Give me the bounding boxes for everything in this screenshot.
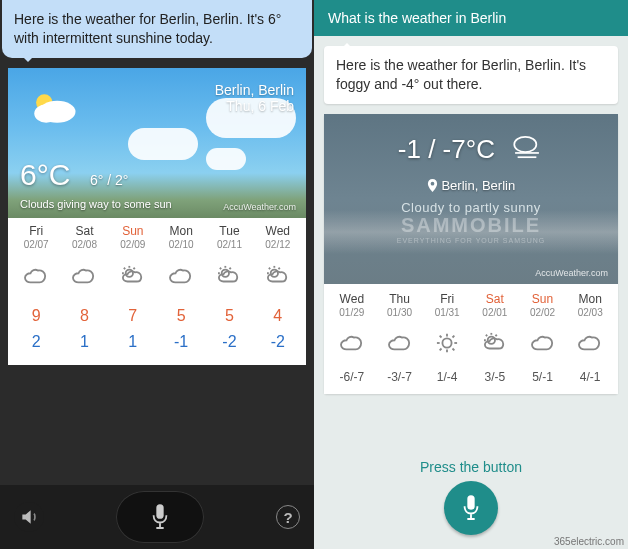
forecast-icon-partly	[471, 332, 519, 356]
partly-cloudy-icon	[26, 86, 81, 131]
forecast-icon-sun	[423, 332, 471, 356]
forecast-icon-cloud	[157, 265, 205, 289]
forecast-icon-cloud	[566, 332, 614, 356]
forecast-range: 5/-1	[519, 366, 567, 384]
svg-line-12	[230, 268, 231, 269]
forecast-lo: 1	[109, 329, 157, 355]
svg-point-2	[34, 104, 58, 122]
forecast-icon-cloud	[328, 332, 376, 356]
press-hint: Press the button	[314, 451, 628, 481]
assistant-bubble: Here is the weather for Berlin, Berlin. …	[324, 46, 618, 104]
hi-lo: 6° / 2°	[90, 172, 128, 188]
forecast-hi: 7	[109, 303, 157, 329]
weather-card[interactable]: Berlin, Berlin Thu, 6 Feb 6°C 6° / 2° Cl…	[8, 68, 306, 365]
forecast-col: Fri01/31	[423, 292, 471, 318]
forecast-icon-partly	[109, 265, 157, 289]
svg-line-29	[453, 348, 455, 350]
svg-line-11	[220, 268, 221, 269]
forecast-hi: 9	[12, 303, 60, 329]
fog-icon	[510, 134, 544, 167]
forecast-col: Sat02/01	[471, 292, 519, 318]
weather-hero: -1 / -7°C Berlin, Berlin Cloudy to partl…	[324, 114, 618, 284]
mic-button[interactable]	[116, 491, 204, 543]
forecast-grid: Wed01/29Thu01/30Fri01/31Sat02/01Sun02/02…	[324, 284, 618, 394]
forecast-hi: 5	[205, 303, 253, 329]
query-header: What is the weather in Berlin	[314, 0, 628, 36]
forecast-col: Fri02/07	[12, 224, 60, 250]
attribution: AccuWeather.com	[223, 202, 296, 212]
forecast-col: Wed02/12	[254, 224, 302, 250]
current-temp: 6°C	[20, 158, 70, 192]
condition-text: Clouds giving way to some sun	[20, 198, 172, 210]
forecast-col: Mon02/10	[157, 224, 205, 250]
forecast-range: 4/-1	[566, 366, 614, 384]
speaker-icon[interactable]	[14, 502, 44, 532]
forecast-icon-partly	[205, 265, 253, 289]
forecast-lo: 2	[12, 329, 60, 355]
forecast-col: Mon02/03	[566, 292, 614, 318]
location: Berlin, Berlin	[215, 82, 294, 98]
forecast-range: 1/-4	[423, 366, 471, 384]
mic-button[interactable]	[444, 481, 498, 535]
assistant-bubble: Here is the weather for Berlin, Berlin. …	[2, 0, 312, 58]
svg-rect-37	[467, 495, 474, 510]
forecast-range: -6/-7	[328, 366, 376, 384]
svg-point-22	[430, 182, 434, 186]
forecast-col: Sun02/09	[109, 224, 157, 250]
weather-hero: Berlin, Berlin Thu, 6 Feb 6°C 6° / 2° Cl…	[8, 68, 306, 218]
left-panel: Here is the weather for Berlin, Berlin. …	[0, 0, 314, 549]
forecast-col: Thu01/30	[376, 292, 424, 318]
svg-line-30	[453, 335, 455, 337]
condition-text: Cloudy to partly sunny	[324, 200, 618, 215]
right-panel: What is the weather in Berlin Here is th…	[314, 0, 628, 549]
svg-point-19	[514, 137, 536, 152]
source-credit: 365electric.com	[554, 536, 624, 547]
svg-line-36	[495, 335, 496, 336]
weather-card[interactable]: -1 / -7°C Berlin, Berlin Cloudy to partl…	[324, 114, 618, 394]
svg-line-6	[124, 268, 125, 269]
forecast-icon-cloud	[60, 265, 108, 289]
svg-line-31	[440, 348, 442, 350]
temp-range: -1 / -7°C	[398, 134, 495, 164]
forecast-range: -3/-7	[376, 366, 424, 384]
forecast-col: Sat02/08	[60, 224, 108, 250]
forecast-hi: 5	[157, 303, 205, 329]
forecast-hi: 8	[60, 303, 108, 329]
bottom-bar: ?	[0, 485, 314, 549]
forecast-lo: 1	[60, 329, 108, 355]
pin-icon	[427, 178, 442, 193]
location: Berlin, Berlin	[441, 178, 515, 193]
attribution: AccuWeather.com	[535, 268, 608, 278]
svg-point-23	[443, 338, 452, 347]
forecast-icon-cloud	[376, 332, 424, 356]
svg-line-17	[278, 268, 279, 269]
forecast-lo: -2	[254, 329, 302, 355]
forecast-icon-cloud	[519, 332, 567, 356]
svg-line-16	[269, 268, 270, 269]
forecast-hi: 4	[254, 303, 302, 329]
forecast-col: Sun02/02	[519, 292, 567, 318]
svg-line-35	[486, 335, 487, 336]
forecast-range: 3/-5	[471, 366, 519, 384]
forecast-grid: Fri02/07Sat02/08Sun02/09Mon02/10Tue02/11…	[8, 218, 306, 365]
help-icon[interactable]: ?	[276, 505, 300, 529]
svg-line-28	[440, 335, 442, 337]
forecast-col: Tue02/11	[205, 224, 253, 250]
watermark: SAMMOBILE EVERYTHING FOR YOUR SAMSUNG	[324, 214, 618, 244]
forecast-icon-cloud	[12, 265, 60, 289]
svg-rect-18	[156, 504, 163, 519]
forecast-lo: -2	[205, 329, 253, 355]
forecast-lo: -1	[157, 329, 205, 355]
date: Thu, 6 Feb	[215, 98, 294, 114]
svg-line-7	[133, 268, 134, 269]
forecast-col: Wed01/29	[328, 292, 376, 318]
forecast-icon-partly	[254, 265, 302, 289]
